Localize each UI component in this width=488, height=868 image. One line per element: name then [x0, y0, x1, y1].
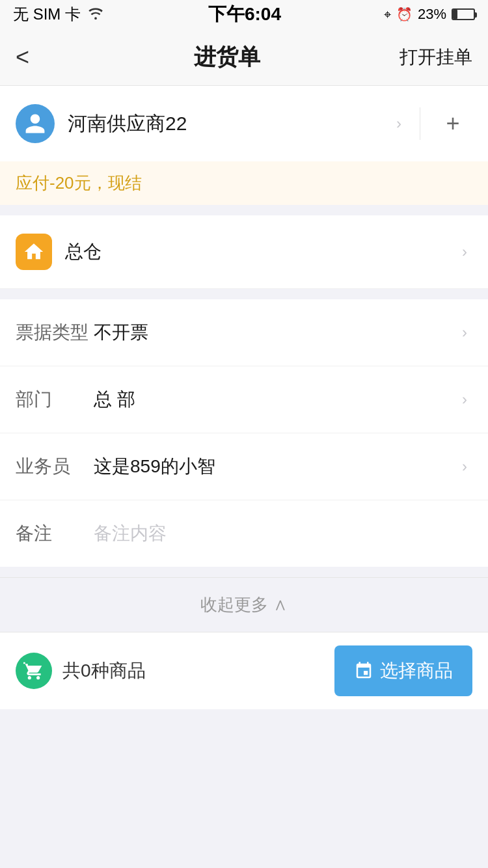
product-count-text: 共0种商品: [62, 658, 146, 683]
battery-icon: [452, 8, 475, 20]
invoice-type-label: 票据类型: [16, 320, 94, 345]
battery-label: 23%: [418, 6, 446, 23]
main-content: 河南供应商22 › + 应付-20元，现结 总仓 › 票据类型 不开票 ›: [0, 86, 488, 709]
salesperson-value: 这是859的小智: [94, 454, 462, 479]
nav-bar: < 进货单 打开挂单: [0, 29, 488, 86]
product-icon: [16, 653, 52, 689]
remark-row[interactable]: 备注 备注内容: [0, 500, 488, 567]
status-right: ⌖ ⏰ 23%: [384, 6, 475, 23]
time-label: 下午6:04: [208, 2, 281, 27]
supplier-chevron-icon: ›: [396, 115, 401, 133]
location-icon: ⌖: [384, 7, 391, 22]
warehouse-chevron-icon: ›: [462, 243, 467, 261]
status-left: 无 SIM 卡: [13, 4, 105, 25]
department-label: 部门: [16, 387, 94, 412]
add-supplier-button[interactable]: +: [433, 104, 472, 143]
warning-text: 应付-20元，现结: [16, 173, 142, 193]
salesperson-chevron-icon: ›: [462, 457, 467, 476]
warehouse-icon: [16, 234, 52, 270]
select-product-button[interactable]: 选择商品: [334, 645, 472, 696]
department-row[interactable]: 部门 总 部 ›: [0, 366, 488, 433]
collapse-button[interactable]: 收起更多 ∧: [200, 595, 287, 614]
collapse-row: 收起更多 ∧: [0, 577, 488, 632]
warehouse-section: 总仓 ›: [0, 215, 488, 289]
select-product-label: 选择商品: [380, 658, 453, 683]
invoice-type-value: 不开票: [94, 320, 462, 345]
wifi-icon: [86, 5, 105, 23]
remark-label: 备注: [16, 521, 94, 546]
invoice-type-chevron-icon: ›: [462, 323, 467, 342]
salesperson-label: 业务员: [16, 454, 94, 479]
supplier-name: 河南供应商22: [68, 111, 396, 137]
remark-placeholder[interactable]: 备注内容: [94, 521, 472, 546]
warning-banner: 应付-20元，现结: [0, 161, 488, 205]
page-title: 进货单: [194, 42, 260, 72]
supplier-divider: [420, 107, 420, 140]
back-button[interactable]: <: [16, 44, 55, 71]
supplier-section: 河南供应商22 › +: [0, 86, 488, 161]
supplier-row[interactable]: 河南供应商22 › +: [0, 86, 488, 161]
form-section: 票据类型 不开票 › 部门 总 部 › 业务员 这是859的小智 › 备注 备注…: [0, 299, 488, 567]
open-pending-button[interactable]: 打开挂单: [400, 45, 472, 70]
alarm-icon: ⏰: [396, 7, 413, 22]
invoice-type-row[interactable]: 票据类型 不开票 ›: [0, 299, 488, 366]
salesperson-row[interactable]: 业务员 这是859的小智 ›: [0, 433, 488, 500]
status-bar: 无 SIM 卡 下午6:04 ⌖ ⏰ 23%: [0, 0, 488, 29]
department-chevron-icon: ›: [462, 390, 467, 409]
product-count-wrap: 共0种商品: [16, 653, 146, 689]
department-value: 总 部: [94, 387, 462, 412]
bottom-bar: 共0种商品 选择商品: [0, 632, 488, 709]
warehouse-row[interactable]: 总仓 ›: [0, 215, 488, 289]
carrier-label: 无 SIM 卡: [13, 4, 81, 25]
warehouse-name: 总仓: [65, 239, 462, 264]
supplier-avatar: [16, 104, 55, 143]
